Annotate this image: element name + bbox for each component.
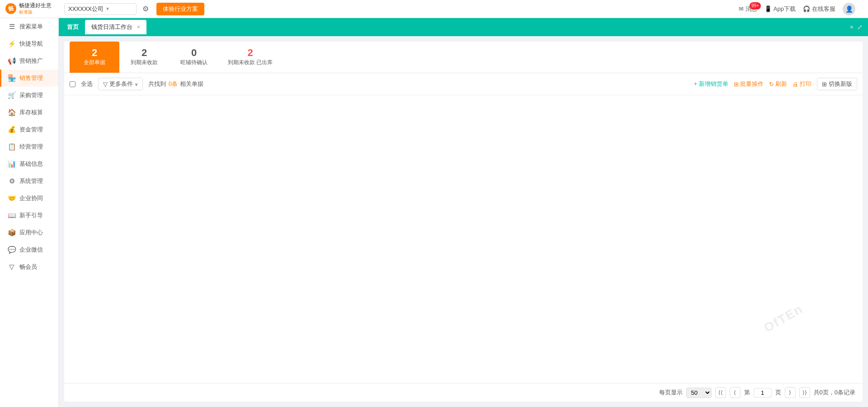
batch-operation-button[interactable]: ⊞ 批量操作 (734, 80, 764, 88)
per-page-select[interactable]: 10 20 50 100 (686, 388, 712, 398)
sidebar-item-app-center[interactable]: 📦 应用中心 (0, 224, 58, 241)
switch-label: 切换新版 (829, 80, 852, 88)
page-label: 第 (744, 388, 750, 397)
add-sales-order-button[interactable]: + 新增销货单 (694, 80, 728, 88)
sidebar-item-sales[interactable]: 🏪 销售管理 (0, 70, 58, 87)
stat-tab-overdue-unpaid[interactable]: 2 到期未收款 (119, 42, 169, 73)
sidebar-item-operations[interactable]: 📋 经营管理 (0, 138, 58, 155)
phone-icon: 📱 (764, 5, 772, 12)
select-all-checkbox[interactable] (70, 81, 75, 87)
stat-tab-pending-confirm[interactable]: 0 旺辅待确认 (169, 42, 219, 73)
sidebar-item-finance[interactable]: 💰 资金管理 (0, 121, 58, 138)
member-icon: ▽ (8, 263, 16, 271)
tab-close-button[interactable]: × (850, 23, 854, 31)
page-suffix: 页 (775, 388, 781, 397)
switch-version-button[interactable]: ⊞ 切换新版 (817, 78, 857, 90)
enterprise-icon: 🤝 (8, 194, 16, 202)
tab-home[interactable]: 首页 (61, 20, 85, 34)
print-button[interactable]: 🖨 打印 (793, 80, 811, 88)
select-all-label: 全选 (81, 80, 93, 88)
sales-icon: 🏪 (8, 74, 16, 82)
per-page-label: 每页显示 (659, 388, 683, 397)
sidebar-item-enterprise[interactable]: 🤝 企业协同 (0, 190, 58, 207)
stat-count-overdue-unshipped: 2 (228, 47, 273, 59)
online-service-button[interactable]: 🎧 在线客服 (803, 5, 835, 13)
company-selector[interactable]: XXXXXX公司 ▼ (64, 3, 137, 15)
app-download-button[interactable]: 📱 App下载 (764, 5, 796, 13)
settings-button[interactable]: ⚙ (139, 3, 152, 15)
guide-icon: 📖 (8, 211, 16, 220)
logo-area: 畅 畅捷通好生意 标准版 (5, 2, 64, 15)
tab-home-label: 首页 (67, 23, 79, 31)
sidebar-label-basic-info: 基础信息 (19, 160, 43, 168)
app-download-label: App下载 (774, 5, 796, 13)
inventory-icon: 🏠 (8, 108, 16, 117)
pagination: 每页显示 10 20 50 100 ⟨⟨ ⟨ 第 页 ⟩ ⟩⟩ 共0页，0条记录 (64, 383, 863, 402)
trial-button[interactable]: 体验行业方案 (156, 3, 204, 15)
print-label: 打印 (800, 80, 811, 88)
sidebar-label-marketing: 营销推广 (19, 57, 43, 65)
refresh-icon: ↻ (769, 81, 774, 88)
marketing-icon: 📢 (8, 57, 16, 65)
refresh-button[interactable]: ↻ 刷新 (769, 80, 787, 88)
prev-page-button[interactable]: ⟨ (730, 387, 741, 398)
online-service-label: 在线客服 (812, 5, 835, 13)
found-prefix: 共找到 (148, 80, 166, 87)
operations-icon: 📋 (8, 143, 16, 151)
top-right-area: ✉ 消息 99+ 📱 App下载 🎧 在线客服 👤 (739, 3, 863, 15)
company-name: XXXXXX公司 (68, 5, 104, 13)
sidebar: ☰ 搜索菜单 ⚡ 快捷导航 📢 营销推广 🏪 销售管理 🛒 采购管理 🏠 库存核… (0, 18, 59, 407)
main-content: 2 全部单据 2 到期未收款 0 旺辅待确认 2 到期未收款 已出库 全选 ▽ … (59, 36, 868, 407)
last-page-button[interactable]: ⟩⟩ (799, 387, 810, 398)
stat-tab-overdue-unshipped[interactable]: 2 到期未收款 已出库 (219, 42, 282, 73)
found-text: 共找到 0条 相关单据 (148, 80, 203, 88)
sidebar-item-quick-nav[interactable]: ⚡ 快捷导航 (0, 35, 58, 52)
stat-label-pending-confirm: 旺辅待确认 (178, 59, 210, 66)
sidebar-item-guide[interactable]: 📖 新手引导 (0, 207, 58, 224)
sidebar-label-enterprise: 企业协同 (19, 194, 43, 202)
filter-button[interactable]: ▽ 更多条件 ∨ (98, 78, 143, 90)
wechat-icon: 💬 (8, 246, 16, 254)
sidebar-item-system[interactable]: ⚙ 系统管理 (0, 173, 58, 190)
sidebar-label-quick-nav: 快捷导航 (19, 40, 43, 48)
app-name: 畅捷通好生意 (19, 2, 52, 9)
nav-tab-controls: × ⤢ (850, 23, 866, 31)
sidebar-label-operations: 经营管理 (19, 143, 43, 151)
filter-arrow-icon: ∨ (135, 82, 138, 87)
stat-count-all: 2 (79, 47, 110, 59)
filter-label: 更多条件 (109, 80, 133, 88)
page-input[interactable] (754, 388, 772, 398)
tab-close-icon[interactable]: × (137, 24, 140, 30)
print-icon: 🖨 (793, 81, 798, 88)
sidebar-item-member[interactable]: ▽ 畅会员 (0, 258, 58, 276)
first-page-button[interactable]: ⟨⟨ (715, 387, 726, 398)
sidebar-item-basic-info[interactable]: 📊 基础信息 (0, 155, 58, 173)
quick-nav-icon: ⚡ (8, 40, 16, 48)
batch-icon: ⊞ (734, 81, 739, 88)
filter-icon: ▽ (103, 81, 108, 88)
basic-info-icon: 📊 (8, 160, 16, 168)
refresh-label: 刷新 (775, 80, 787, 88)
sidebar-label-guide: 新手引导 (19, 211, 43, 220)
sidebar-label-inventory: 库存核算 (19, 108, 43, 117)
sidebar-item-inventory[interactable]: 🏠 库存核算 (0, 104, 58, 121)
message-button[interactable]: ✉ 消息 99+ (739, 5, 757, 13)
finance-icon: 💰 (8, 126, 16, 134)
tab-daily-work-label: 钱货日清工作台 (91, 23, 132, 31)
stat-tab-all[interactable]: 2 全部单据 (70, 42, 119, 73)
sidebar-item-wechat[interactable]: 💬 企业微信 (0, 241, 58, 258)
stat-label-overdue-unpaid: 到期未收款 (128, 59, 160, 66)
stat-label-overdue-unshipped: 到期未收款 已出库 (228, 59, 273, 66)
tab-expand-button[interactable]: ⤢ (857, 23, 863, 31)
stat-count-overdue-unpaid: 2 (128, 47, 160, 59)
avatar[interactable]: 👤 (843, 3, 855, 15)
sidebar-item-marketing[interactable]: 📢 营销推广 (0, 52, 58, 70)
sidebar-item-purchase[interactable]: 🛒 采购管理 (0, 87, 58, 104)
logo-icon: 畅 (5, 3, 16, 14)
sidebar-item-search-menu[interactable]: ☰ 搜索菜单 (0, 18, 58, 35)
next-page-button[interactable]: ⟩ (785, 387, 796, 398)
sidebar-label-wechat: 企业微信 (19, 246, 43, 254)
nav-tabs: 首页 钱货日清工作台 × × ⤢ (59, 18, 868, 36)
tab-daily-work[interactable]: 钱货日清工作台 × (85, 20, 146, 34)
batch-label: 批量操作 (740, 80, 764, 88)
